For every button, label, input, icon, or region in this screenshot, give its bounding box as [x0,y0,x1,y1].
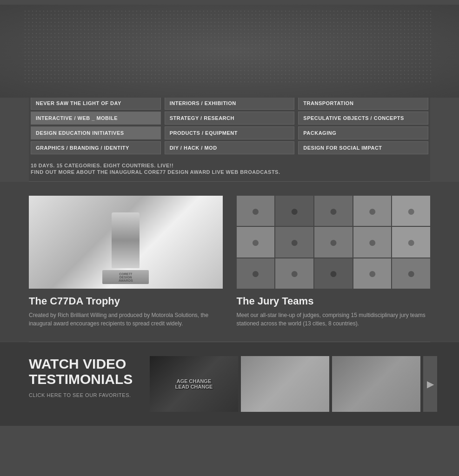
jury-featured-item: The Jury Teams Meet our all-star line-up… [237,196,431,328]
cat-strategy[interactable]: STRATEGY / RESEARCH [165,112,295,125]
jury-cell-7 [275,227,313,257]
video-thumb-3-inner [332,356,420,412]
jury-cell-2 [275,196,313,226]
video-next-button[interactable]: ▶ [423,356,437,412]
cat-diy[interactable]: DIY / HACK / MOD [165,141,295,154]
video-title: WATCH VIDEO TESTIMONIALS [29,356,140,387]
jury-cell-14 [353,258,392,289]
jury-cell-5 [392,196,430,226]
world-map-background [0,5,459,98]
cat-social-impact[interactable]: DESIGN FOR SOCIAL IMPACT [298,141,428,154]
cat-transportation[interactable]: TRANSPORTATION [298,97,428,110]
trophy-shape [112,212,140,268]
video-thumb-1[interactable]: AGE CHANGELEAD CHANGE [150,356,238,412]
jury-cell-13 [314,258,353,289]
cat-products[interactable]: PRODUCTS / EQUIPMENT [165,126,295,139]
jury-cell-1 [237,196,275,226]
announcement-line2: FIND OUT MORE ABOUT THE INAUGURAL CORE77… [31,169,428,175]
jury-cell-15 [392,258,430,289]
jury-cell-4 [353,196,392,226]
trophy-description: Created by Rich Brilliant Willing and pr… [29,311,223,328]
video-thumbnails: AGE CHANGELEAD CHANGE ▶ [150,356,437,412]
featured-section: CORE77 DESIGN AWARDS The C77DA Trophy Cr… [0,182,459,342]
video-subtitle: CLICK HERE TO SEE OUR FAVORITES. [29,392,140,398]
jury-cell-12 [275,258,313,289]
cat-speculative[interactable]: SPECULATIVE OBJECTS / CONCEPTS [298,112,428,125]
trophy-base-text: CORE77 DESIGN AWARDS [119,272,133,282]
jury-description: Meet our all-star line-up of judges, com… [237,311,431,328]
video-thumb-2[interactable] [241,356,329,412]
announcement: 10 DAYS. 15 CATEGORIES. EIGHT COUNTRIES.… [29,154,430,181]
jury-title: The Jury Teams [237,295,431,307]
cat-never-saw[interactable]: NEVER SAW THE LIGHT OF DAY [31,97,161,110]
jury-cell-9 [353,227,392,257]
trophy-container: CORE77 DESIGN AWARDS [102,196,149,289]
cat-interactive-web[interactable]: INTERACTIVE / WEB _ MOBILE [31,112,161,125]
video-thumb-1-inner: AGE CHANGELEAD CHANGE [150,356,238,412]
jury-cell-8 [314,227,353,257]
trophy-photo: CORE77 DESIGN AWARDS [29,196,223,289]
trophy-base: CORE77 DESIGN AWARDS [102,270,149,284]
jury-cell-6 [237,227,275,257]
jury-image [237,196,431,289]
jury-cell-3 [314,196,353,226]
trophy-title: The C77DA Trophy [29,295,223,307]
jury-cell-10 [392,227,430,257]
jury-photo-grid [237,196,431,289]
video-thumb-2-inner [241,356,329,412]
video-thumb-3[interactable] [332,356,420,412]
cat-packaging[interactable]: PACKAGING [298,126,428,139]
video-section: WATCH VIDEO TESTIMONIALS CLICK HERE TO S… [0,342,459,426]
trophy-image: CORE77 DESIGN AWARDS [29,196,223,289]
video-thumb-1-text: AGE CHANGELEAD CHANGE [171,374,218,394]
trophy-featured-item: CORE77 DESIGN AWARDS The C77DA Trophy Cr… [29,196,223,328]
cat-design-education[interactable]: DESIGN EDUCATION INITIATIVES [31,126,161,139]
cat-graphics-branding[interactable]: GRAPHICS / BRANDING / IDENTITY [31,141,161,154]
announcement-line1: 10 DAYS. 15 CATEGORIES. EIGHT COUNTRIES.… [31,163,428,168]
cat-interiors[interactable]: INTERIORS / EXHIBITION [165,97,295,110]
jury-cell-11 [237,258,275,289]
video-text-block: WATCH VIDEO TESTIMONIALS CLICK HERE TO S… [29,356,140,398]
